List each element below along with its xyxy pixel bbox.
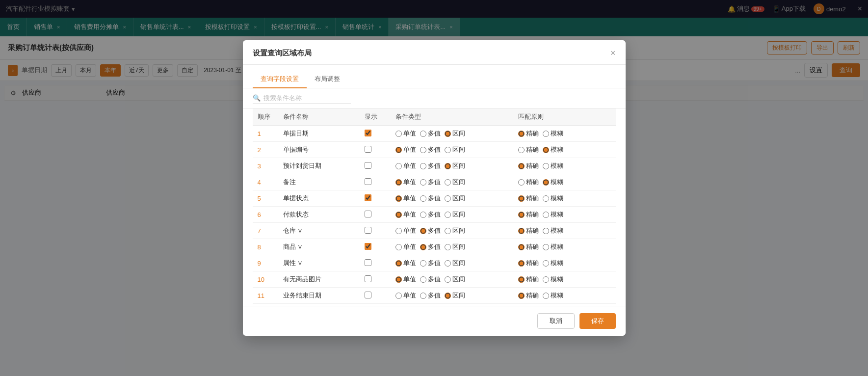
dialog-title: 设置查询区域布局 bbox=[253, 49, 312, 58]
dialog-tab-query-fields[interactable]: 查询字段设置 bbox=[253, 71, 307, 88]
search-wrap: 🔍 bbox=[253, 94, 351, 104]
search-icon: 🔍 bbox=[253, 94, 261, 102]
dialog-tab-layout-label: 布局调整 bbox=[315, 75, 340, 82]
dialog-close-button[interactable]: × bbox=[610, 48, 616, 58]
search-input[interactable] bbox=[263, 94, 342, 102]
dialog-search-area: 🔍 bbox=[243, 88, 626, 105]
dialog-tabs: 查询字段设置 布局调整 bbox=[243, 65, 626, 88]
modal-overlay: 设置查询区域布局 × 查询字段设置 布局调整 🔍 顺序 bbox=[0, 0, 868, 105]
settings-dialog: 设置查询区域布局 × 查询字段设置 布局调整 🔍 顺序 bbox=[243, 40, 626, 105]
dialog-tab-query-fields-label: 查询字段设置 bbox=[261, 75, 299, 82]
dialog-tab-layout[interactable]: 布局调整 bbox=[307, 71, 348, 88]
dialog-header: 设置查询区域布局 × bbox=[243, 40, 626, 65]
